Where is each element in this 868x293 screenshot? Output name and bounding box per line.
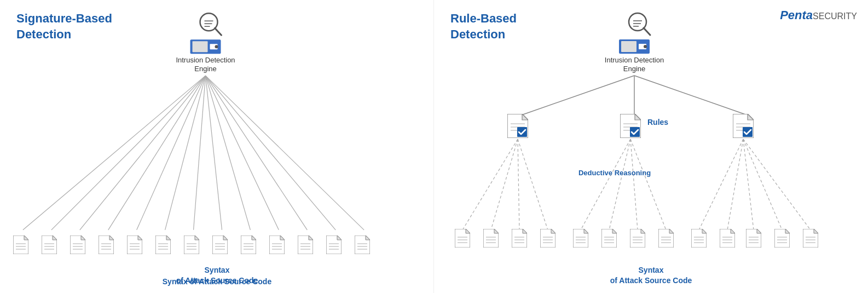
svg-rect-35 — [621, 41, 636, 52]
svg-line-22 — [206, 76, 336, 230]
svg-text:Engine: Engine — [623, 65, 645, 73]
penta-security-logo: PentaSECURITY — [780, 8, 857, 22]
svg-line-62 — [743, 139, 811, 230]
svg-line-51 — [491, 139, 518, 230]
svg-line-53 — [518, 139, 548, 230]
svg-rect-34 — [619, 39, 650, 54]
svg-line-1 — [215, 28, 222, 35]
svg-line-57 — [630, 139, 666, 230]
svg-rect-7 — [210, 44, 218, 49]
svg-line-50 — [462, 139, 518, 230]
main-container: Signature-BasedDetection — [0, 0, 868, 293]
svg-point-8 — [215, 45, 218, 48]
left-bottom-label-text: Syntaxof Attack Source Code — [0, 265, 434, 286]
svg-line-17 — [194, 76, 206, 230]
svg-text:Intrusion Detection: Intrusion Detection — [176, 56, 235, 64]
svg-line-21 — [206, 76, 308, 230]
svg-line-61 — [743, 139, 782, 230]
svg-line-42 — [634, 76, 747, 115]
left-doc-row — [13, 230, 407, 260]
right-diagram: Intrusion Detection Engine — [434, 0, 868, 293]
svg-line-54 — [581, 139, 630, 230]
svg-line-20 — [206, 76, 279, 230]
svg-text:Rules: Rules — [647, 118, 668, 127]
security-text: SECURITY — [813, 12, 857, 21]
svg-text:Engine: Engine — [194, 65, 216, 73]
svg-line-60 — [743, 139, 754, 230]
svg-line-30 — [644, 28, 650, 35]
svg-text:Intrusion Detection: Intrusion Detection — [605, 56, 664, 64]
right-bottom-label: Syntaxof Attack Source Code — [434, 265, 868, 286]
svg-rect-6 — [193, 41, 208, 52]
svg-line-59 — [727, 139, 743, 230]
svg-line-13 — [80, 76, 206, 230]
svg-line-56 — [630, 139, 638, 230]
svg-line-23 — [206, 76, 364, 230]
svg-rect-36 — [639, 44, 646, 49]
svg-rect-5 — [190, 39, 221, 54]
svg-line-11 — [23, 76, 206, 230]
svg-line-18 — [206, 76, 222, 230]
svg-line-58 — [699, 139, 743, 230]
svg-line-52 — [518, 139, 519, 230]
svg-line-55 — [609, 139, 630, 230]
svg-line-12 — [51, 76, 206, 230]
svg-line-16 — [165, 76, 206, 230]
svg-line-19 — [206, 76, 251, 230]
left-panel: Signature-BasedDetection — [0, 0, 434, 293]
left-title: Signature-BasedDetection — [16, 11, 112, 42]
svg-text:Deductive Reasoning: Deductive Reasoning — [578, 169, 651, 177]
svg-point-0 — [200, 13, 218, 31]
svg-line-15 — [137, 76, 206, 230]
svg-line-40 — [522, 76, 634, 115]
right-panel: Rule-BasedDetection PentaSECURITY — [434, 0, 868, 293]
penta-text: Penta — [780, 8, 813, 22]
svg-point-29 — [629, 13, 646, 31]
svg-point-37 — [644, 45, 647, 48]
svg-line-14 — [108, 76, 206, 230]
right-title: Rule-BasedDetection — [450, 11, 517, 42]
